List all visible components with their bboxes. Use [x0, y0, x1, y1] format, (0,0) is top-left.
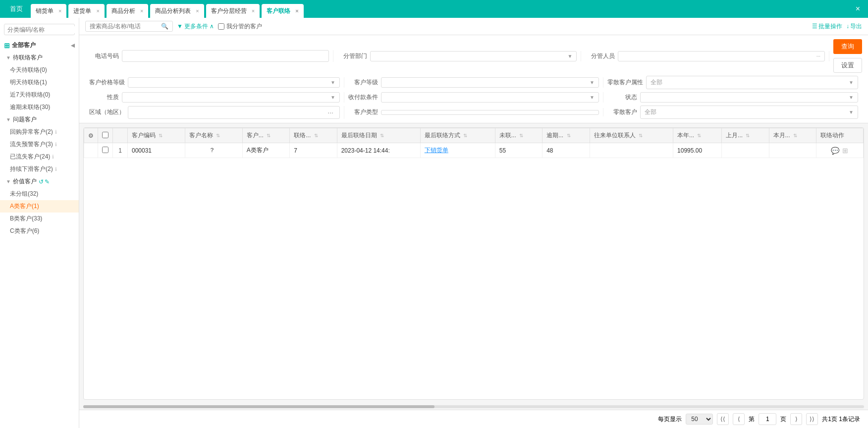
- col-category[interactable]: 客户... ⇅: [242, 128, 289, 143]
- sidebar-item-ungroup[interactable]: 未分组(32): [0, 188, 79, 200]
- funnel-icon: ▼: [177, 23, 183, 30]
- sidebar-search-input[interactable]: [7, 26, 79, 33]
- nav-tab-close-3[interactable]: ×: [196, 8, 199, 14]
- row-checkbox[interactable]: [98, 143, 113, 158]
- sidebar-item-a-class[interactable]: A类客户(1): [0, 200, 79, 213]
- sidebar-search-box[interactable]: 🔍: [4, 24, 75, 35]
- nav-tab-1[interactable]: 进货单 ×: [68, 4, 104, 18]
- col-contacts[interactable]: 联络... ⇅: [290, 128, 337, 143]
- col-code[interactable]: 客户编码 ⇅: [128, 128, 185, 143]
- phone-input[interactable]: [122, 50, 329, 62]
- grid-action-icon[interactable]: ⊞: [842, 147, 848, 155]
- col-last-method[interactable]: 最后联络方式 ⇅: [420, 128, 495, 143]
- col-overdue[interactable]: 逾期... ⇅: [542, 128, 590, 143]
- nav-tab-0[interactable]: 销货单 ×: [31, 4, 66, 18]
- col-name[interactable]: 客户名称 ⇅: [185, 128, 242, 143]
- col-settings[interactable]: ⚙: [84, 128, 98, 143]
- last-page-btn[interactable]: ⟩⟩: [806, 413, 818, 425]
- sidebar-item-week[interactable]: 近7天待联络(0): [0, 89, 79, 101]
- my-customers-checkbox[interactable]: 我分管的客户: [218, 22, 262, 31]
- sidebar-item-abnormal[interactable]: 回购异常客户(2) ℹ: [0, 126, 79, 138]
- tomorrow-contact-label: 明天待联络(1): [10, 78, 47, 87]
- col-unit-contact[interactable]: 往来单位联系人 ⇅: [590, 128, 673, 143]
- sidebar-item-overdue[interactable]: 逾期未联络(30): [0, 101, 79, 113]
- page-size-select[interactable]: 50 100 200: [686, 414, 713, 425]
- last-method-link[interactable]: 下销货单: [425, 147, 448, 154]
- col-last-date[interactable]: 最后联络日期 ⇅: [337, 128, 420, 143]
- retail-attr-select[interactable]: 全部 ▼: [646, 76, 858, 89]
- edit-icon[interactable]: ✎: [45, 178, 50, 185]
- page-input[interactable]: [759, 413, 776, 425]
- nav-tab-4[interactable]: 客户分层经营 ×: [206, 4, 260, 18]
- nav-home[interactable]: 首页: [4, 0, 29, 18]
- export-btn[interactable]: ↓ 导出: [846, 22, 862, 31]
- row-last-month: [722, 143, 769, 158]
- settings-button[interactable]: 设置: [833, 58, 862, 73]
- nav-tab-close-5[interactable]: ×: [295, 8, 298, 14]
- nav-tab-close-0[interactable]: ×: [58, 8, 61, 14]
- sidebar-item-declining[interactable]: 持续下滑客户(2) ℹ: [0, 163, 79, 175]
- person-select[interactable]: ···: [618, 51, 825, 61]
- info-icon-3: ℹ: [55, 166, 57, 172]
- query-button[interactable]: 查询: [833, 39, 862, 54]
- nav-tab-2[interactable]: 商品分析 ×: [107, 4, 148, 18]
- sidebar-item-b-class[interactable]: B类客户(33): [0, 213, 79, 225]
- next-page-btn[interactable]: ⟩: [790, 413, 802, 425]
- select-all-checkbox[interactable]: [102, 132, 108, 138]
- filter-cell-status: 状态 ▼: [603, 92, 862, 103]
- nature-select[interactable]: ▼: [122, 92, 340, 103]
- my-customers-check-input[interactable]: [218, 23, 224, 30]
- sidebar-item-c-class[interactable]: C类客户(6): [0, 225, 79, 237]
- col-this-month[interactable]: 本月... ⇅: [769, 128, 816, 143]
- scrollbar-thumb[interactable]: [83, 405, 434, 408]
- sidebar-group-value[interactable]: ▼ 价值客户 ↺ ✎: [0, 175, 79, 188]
- sort-icon-nc: ⇅: [519, 133, 523, 138]
- c-class-label: C类客户(6): [10, 227, 39, 235]
- region-select[interactable]: ···: [128, 106, 340, 119]
- sidebar-group-pending[interactable]: ▼ 待联络客户: [0, 52, 79, 64]
- region-more-icon[interactable]: ···: [326, 108, 335, 116]
- first-page-btn[interactable]: ⟨⟨: [717, 413, 729, 425]
- nav-tab-3[interactable]: 商品分析列表 ×: [150, 4, 204, 18]
- table-row: 1 000031 ？ A类客户 7 2023-04-12 14:44: 下销货单: [84, 143, 864, 158]
- sort-icon-cat: ⇅: [267, 133, 271, 138]
- payment-select[interactable]: ▼: [381, 92, 599, 103]
- all-customers-header[interactable]: ⊞ 全部客户 ◀: [0, 39, 79, 52]
- batch-op-btn[interactable]: ☰ 批量操作: [812, 22, 842, 31]
- nav-tab-5[interactable]: 客户联络 ×: [262, 4, 303, 18]
- prev-page-btn[interactable]: ⟨: [733, 413, 745, 425]
- col-not-contacted[interactable]: 未联... ⇅: [495, 128, 542, 143]
- refresh-icon[interactable]: ↺: [39, 178, 44, 185]
- nav-tab-close-4[interactable]: ×: [252, 8, 255, 14]
- close-all-tabs[interactable]: ×: [852, 4, 864, 13]
- col-category-label: 客户...: [247, 132, 264, 139]
- row-name[interactable]: ？: [185, 143, 242, 158]
- chat-action-icon[interactable]: 💬: [831, 147, 839, 155]
- col-contacts-label: 联络...: [294, 132, 311, 139]
- sidebar-item-lost[interactable]: 已流失客户(24) ℹ: [0, 151, 79, 163]
- filter-search-input[interactable]: [90, 23, 159, 30]
- row-check-input[interactable]: [102, 147, 108, 153]
- retail-select[interactable]: 全部 ▼: [640, 106, 858, 119]
- col-this-year[interactable]: 本年... ⇅: [673, 128, 722, 143]
- batch-op-icon: ☰: [812, 23, 817, 30]
- filter-more-label: 更多条件: [184, 22, 208, 31]
- nav-tab-close-1[interactable]: ×: [96, 8, 99, 14]
- row-last-method[interactable]: 下销货单: [420, 143, 495, 158]
- status-select[interactable]: ▼: [640, 92, 858, 103]
- price-level-select[interactable]: ▼: [128, 77, 340, 88]
- sidebar-item-tomorrow[interactable]: 明天待联络(1): [0, 76, 79, 89]
- sidebar-item-lost-warning[interactable]: 流失预警客户(3) ℹ: [0, 138, 79, 151]
- customer-type-select[interactable]: [381, 110, 599, 115]
- nav-tab-close-2[interactable]: ×: [140, 8, 143, 14]
- horizontal-scrollbar[interactable]: [79, 404, 868, 410]
- col-last-month[interactable]: 上月... ⇅: [722, 128, 769, 143]
- customer-level-select[interactable]: ▼: [381, 77, 599, 88]
- sidebar-group-problem[interactable]: ▼ 问题客户: [0, 113, 79, 126]
- info-icon-2: ℹ: [52, 154, 54, 160]
- filter-more-btn[interactable]: ▼ 更多条件 ∧: [177, 22, 214, 31]
- pagination-bar: 每页显示 50 100 200 ⟨⟨ ⟨ 第 页 ⟩ ⟩⟩ 共1页 1条记录: [79, 410, 868, 428]
- sidebar-item-today[interactable]: 今天待联络(0): [0, 64, 79, 76]
- dept-select[interactable]: ▼: [370, 51, 577, 61]
- filter-search-box[interactable]: 🔍: [85, 21, 173, 32]
